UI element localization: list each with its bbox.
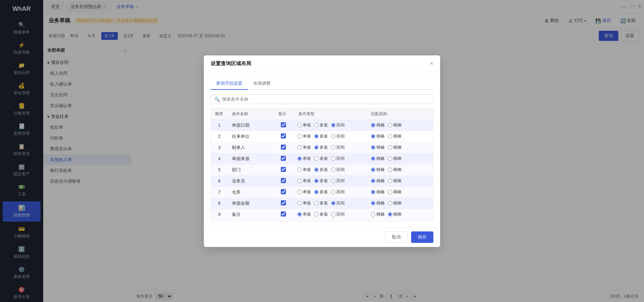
type-radio[interactable] (314, 145, 319, 150)
match-radio-item[interactable]: 模糊 (388, 145, 401, 150)
type-radio-item[interactable]: 区间 (331, 122, 345, 128)
type-radio-item[interactable]: 单值 (297, 133, 311, 139)
type-radio-item[interactable]: 区间 (331, 145, 345, 150)
match-radio-item[interactable]: 模糊 (388, 189, 401, 195)
type-radio-item[interactable]: 多值 (314, 189, 328, 195)
type-radio[interactable] (314, 134, 319, 139)
type-radio[interactable] (297, 123, 302, 127)
type-radio[interactable] (314, 123, 319, 127)
show-checkbox[interactable] (281, 122, 286, 127)
match-radio-item[interactable]: 模糊 (388, 211, 401, 217)
type-radio-item[interactable]: 区间 (331, 178, 345, 184)
match-radio[interactable] (371, 190, 375, 194)
type-radio-item[interactable]: 多值 (314, 167, 328, 173)
match-radio-item[interactable]: 模糊 (388, 133, 401, 139)
type-radio[interactable] (297, 156, 302, 161)
type-radio-item[interactable]: 区间 (331, 211, 345, 217)
type-radio-item[interactable]: 区间 (331, 133, 345, 139)
type-radio[interactable] (297, 190, 302, 194)
type-radio-item[interactable]: 单值 (297, 200, 311, 206)
type-radio-item[interactable]: 多值 (314, 145, 328, 150)
match-radio[interactable] (371, 168, 375, 172)
match-radio[interactable] (371, 201, 375, 205)
match-radio-item[interactable]: 模糊 (388, 200, 401, 206)
match-radio-item[interactable]: 精确 (371, 211, 384, 217)
match-radio-item[interactable]: 模糊 (388, 178, 401, 184)
type-radio-item[interactable]: 单值 (297, 178, 311, 184)
show-checkbox[interactable] (281, 156, 286, 161)
type-radio[interactable] (331, 212, 336, 217)
type-radio[interactable] (297, 134, 302, 139)
type-radio-item[interactable]: 多值 (314, 178, 328, 184)
show-checkbox[interactable] (281, 211, 286, 217)
type-radio-item[interactable]: 单值 (297, 189, 311, 195)
type-radio-item[interactable]: 多值 (314, 133, 328, 139)
modal-tab-field[interactable]: 查询字段设置 (211, 78, 248, 90)
match-radio[interactable] (371, 145, 375, 150)
type-radio[interactable] (314, 190, 319, 194)
modal-tab-layout[interactable]: 布局调整 (248, 78, 276, 90)
match-radio[interactable] (388, 145, 392, 150)
search-input[interactable] (222, 97, 430, 102)
type-radio[interactable] (331, 145, 336, 150)
type-radio[interactable] (331, 123, 336, 127)
type-radio[interactable] (331, 156, 336, 161)
match-radio[interactable] (388, 201, 392, 205)
type-radio[interactable] (297, 168, 302, 172)
type-radio[interactable] (314, 168, 319, 172)
match-radio-item[interactable]: 精确 (371, 167, 384, 173)
match-radio-item[interactable]: 模糊 (388, 156, 401, 161)
type-radio[interactable] (331, 201, 336, 205)
match-radio[interactable] (371, 212, 375, 217)
type-radio[interactable] (297, 212, 302, 217)
type-radio-item[interactable]: 单值 (297, 145, 311, 150)
match-radio-item[interactable]: 精确 (371, 156, 384, 161)
match-radio[interactable] (371, 179, 375, 183)
match-radio-item[interactable]: 精确 (371, 133, 384, 139)
type-radio-item[interactable]: 单值 (297, 122, 311, 128)
match-radio[interactable] (388, 212, 392, 217)
type-radio[interactable] (314, 179, 319, 183)
type-radio-item[interactable]: 区间 (331, 200, 345, 206)
type-radio[interactable] (297, 145, 302, 150)
match-radio[interactable] (388, 134, 392, 139)
match-radio-item[interactable]: 精确 (371, 178, 384, 184)
match-radio[interactable] (388, 179, 392, 183)
type-radio-item[interactable]: 区间 (331, 167, 345, 173)
type-radio-item[interactable]: 单值 (297, 167, 311, 173)
show-checkbox[interactable] (281, 145, 286, 150)
show-checkbox[interactable] (281, 189, 286, 194)
match-radio[interactable] (371, 123, 375, 127)
match-radio-item[interactable]: 精确 (371, 145, 384, 150)
type-radio[interactable] (331, 134, 336, 139)
match-radio[interactable] (388, 123, 392, 127)
match-radio[interactable] (388, 156, 392, 161)
type-radio-item[interactable]: 多值 (314, 200, 328, 206)
match-radio-item[interactable]: 精确 (371, 122, 384, 128)
match-radio[interactable] (388, 190, 392, 194)
cancel-button[interactable]: 取消 (385, 231, 408, 243)
type-radio[interactable] (314, 212, 319, 217)
type-radio[interactable] (297, 179, 302, 183)
type-radio[interactable] (331, 179, 336, 183)
show-checkbox[interactable] (281, 200, 286, 205)
show-checkbox[interactable] (281, 167, 286, 172)
type-radio-item[interactable]: 多值 (314, 211, 328, 217)
type-radio-item[interactable]: 单值 (297, 156, 311, 161)
match-radio[interactable] (371, 134, 375, 139)
match-radio[interactable] (388, 168, 392, 172)
match-radio-item[interactable]: 精确 (371, 200, 384, 206)
match-radio-item[interactable]: 精确 (371, 189, 384, 195)
type-radio-item[interactable]: 区间 (331, 189, 345, 195)
modal-save-button[interactable]: 保存 (411, 231, 433, 243)
type-radio-item[interactable]: 区间 (331, 156, 345, 161)
type-radio-item[interactable]: 多值 (314, 122, 328, 128)
type-radio[interactable] (331, 190, 336, 194)
type-radio[interactable] (314, 156, 319, 161)
type-radio[interactable] (331, 168, 336, 172)
show-checkbox[interactable] (281, 133, 286, 139)
match-radio-item[interactable]: 模糊 (388, 122, 401, 128)
type-radio-item[interactable]: 多值 (314, 156, 328, 161)
type-radio-item[interactable]: 单值 (297, 211, 311, 217)
type-radio[interactable] (297, 201, 302, 205)
